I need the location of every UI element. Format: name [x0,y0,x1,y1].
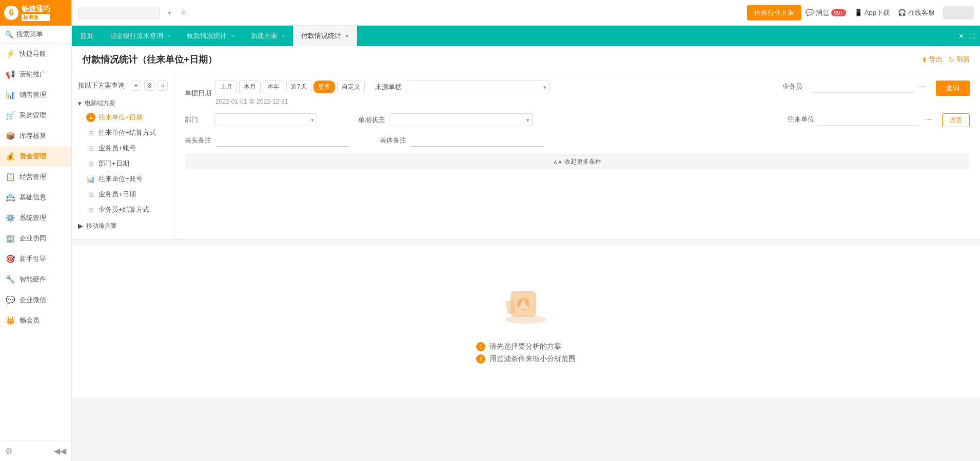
online-service-action[interactable]: 🎧 在线客服 [898,8,935,17]
scheme-icon-grid5: ⊞ [86,205,95,214]
scheme-item-dept-date[interactable]: ⊞ 部门+日期 [72,156,174,171]
scheme-group-mobile-header[interactable]: ▶ 移动端方案 [72,219,174,232]
scheme-icon-grid2: ⊞ [86,144,95,153]
tab-close-icon[interactable]: × [167,33,170,39]
search-menu[interactable]: 🔍 搜索菜单 [0,26,71,44]
add-scheme-btn[interactable]: + [131,81,141,91]
date-btn-last-7-days[interactable]: 近7天 [286,81,311,93]
sidebar-item-quick-nav[interactable]: ⚡ 快捷导航 [0,44,71,64]
sidebar-item-finance[interactable]: 💰 资金管理 [0,146,71,167]
empty-illustration [495,276,557,329]
refresh-btn[interactable]: ↻ 刷新 [949,55,970,64]
scheme-item-partner-account[interactable]: 📊 往来单位+账号 [72,171,174,187]
sidebar-item-system[interactable]: ⚙️ 系统管理 [0,208,71,228]
settings-btn[interactable]: 设置 [942,113,970,127]
export-label: 导出 [929,55,943,64]
app-download-label: App下载 [865,8,890,17]
date-btn-custom[interactable]: 自定义 [337,81,365,93]
tab-close-icon[interactable]: × [345,33,348,39]
header-settings-btn[interactable]: ⚙ [179,8,189,18]
sidebar-item-basic-info[interactable]: 📇 基础信息 [0,187,71,208]
staff-more-btn[interactable]: ··· [919,82,926,91]
top-header-left: ▾ ⚙ [78,7,743,19]
body-note-input[interactable] [410,134,544,147]
dept-select[interactable] [214,113,317,126]
scheme-group-desktop-header[interactable]: ▾ 电脑端方案 [72,97,174,110]
sidebar-item-label: 系统管理 [19,213,46,223]
tab-new-scheme[interactable]: 新建方案 × [243,26,293,46]
sidebar-item-hardware[interactable]: 🔧 智能硬件 [0,269,71,290]
sidebar-collapse-btn[interactable]: ◀◀ [54,446,66,456]
date-btn-this-year[interactable]: 本年 [263,81,284,93]
sidebar-settings-btn[interactable]: ⚙ [5,446,12,456]
header-note-input[interactable] [215,134,349,147]
scheme-item-partner-date[interactable]: ● 往来单位+日期 [72,110,174,125]
logo-text: 畅捷通巧 标准版 [22,5,50,22]
manage-scheme-btn[interactable]: ⚙ [144,81,154,91]
dept-label: 部门 [185,115,210,125]
breadcrumb-dropdown-btn[interactable]: ▾ [164,8,174,18]
scheme-item-staff-account[interactable]: ⊞ 业务员+账号 [72,141,174,156]
sidebar-item-purchase[interactable]: 🛒 采购管理 [0,105,71,126]
scheme-item-partner-settle[interactable]: ⊞ 往来单位+结算方式 [72,125,174,141]
scheme-item-label: 往来单位+结算方式 [99,128,156,137]
partner-more-btn[interactable]: ··· [925,115,932,124]
sidebar-footer: ⚙ ◀◀ [0,440,71,461]
refresh-label: 刷新 [956,55,970,64]
tab-receipt-stat[interactable]: 收款情况统计 × [179,26,242,46]
scheme-item-label: 业务员+结算方式 [99,205,149,214]
expand-icon[interactable]: ⛶ [968,32,975,40]
service-icon: 🎧 [898,9,906,16]
top-header: ▾ ⚙ 体验行业方案 💬 消息 99+ 📱 App下载 🎧 在线客服 [72,0,980,26]
tab-close-icon[interactable]: × [282,33,285,39]
source-voucher-select[interactable] [406,81,550,93]
scheme-item-label: 部门+日期 [99,159,129,168]
tip-num-2: 2 [476,354,485,364]
sidebar-item-inventory[interactable]: 📦 库存核算 [0,126,71,146]
filter-header-note: 表头备注 [185,134,349,147]
breadcrumb-input[interactable] [78,7,160,19]
sidebar-item-enterprise[interactable]: 🏢 企业协同 [0,228,71,249]
tab-label: 付款情况统计 [301,31,341,41]
sidebar-item-member[interactable]: 👑 畅会员 [0,310,71,331]
tab-bank-flow[interactable]: 现金银行流水查询 × [102,26,179,46]
date-btn-last-month[interactable]: 上月 [215,81,237,93]
staff-input[interactable] [812,81,915,93]
message-icon: 💬 [806,9,814,16]
trial-btn[interactable]: 体验行业方案 [747,5,801,21]
body-note-label: 表体备注 [380,136,406,145]
scheme-item-staff-date[interactable]: ⊞ 业务员+日期 [72,187,174,202]
query-actions: 查询 [936,81,970,96]
user-avatar[interactable] [943,6,974,19]
date-btn-this-month[interactable]: 本月 [239,81,261,93]
sidebar-item-sales[interactable]: 📊 销售管理 [0,85,71,105]
date-btn-more[interactable]: 更多 [313,81,335,93]
tab-payment-stat[interactable]: 付款情况统计 × [293,26,357,46]
inventory-icon: 📦 [5,131,15,141]
sidebar-item-marketing[interactable]: 📢 营销推广 [0,64,71,85]
message-action[interactable]: 💬 消息 99+ [806,8,846,17]
tab-label: 新建方案 [251,31,278,41]
export-btn[interactable]: ⬆ 导出 [922,55,943,64]
collapse-scheme-btn[interactable]: « [158,81,168,91]
partner-input[interactable] [818,113,921,126]
sales-icon: 📊 [5,90,15,100]
scheme-item-staff-settle[interactable]: ⊞ 业务员+结算方式 [72,202,174,217]
scheme-group-desktop-title: 电脑端方案 [85,99,115,108]
voucher-status-select[interactable] [389,113,533,126]
source-voucher-label: 来源单据 [375,83,402,92]
scheme-sidebar: 按以下方案查询 + ⚙ « ▾ 电脑端方案 ● 往来单位+日期 [72,73,174,239]
close-all-tabs-icon[interactable]: ✕ [958,32,964,40]
collapse-more-conditions-btn[interactable]: ∧∧ 收起更多条件 [185,154,970,169]
sidebar-item-weixin[interactable]: 💬 企业微信 [0,290,71,310]
filter-form: 单据日期 上月 本月 本年 近7天 更多 自定义 2022-01-01 至 20… [174,73,980,239]
app-name: 畅捷通巧 [22,5,50,13]
tab-close-icon[interactable]: × [231,33,234,39]
query-btn[interactable]: 查询 [936,81,970,96]
sidebar-item-operation[interactable]: 📋 经营管理 [0,167,71,187]
sidebar-item-guide[interactable]: 🎯 新手引导 [0,249,71,269]
tab-home[interactable]: 首页 [72,26,102,46]
filter-staff: 业务员 ··· [782,81,926,93]
message-badge: 99+ [831,9,846,16]
app-download-action[interactable]: 📱 App下载 [854,8,890,17]
